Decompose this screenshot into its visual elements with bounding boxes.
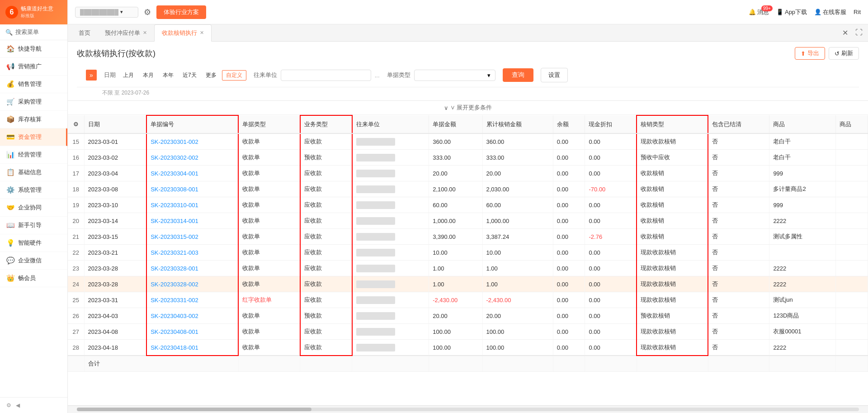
- cell-voucher-no: SK-20230403-002: [146, 308, 238, 324]
- sidebar-item-purchase[interactable]: 🛒 采购管理: [0, 93, 67, 111]
- online-service-button[interactable]: 👤 在线客服: [814, 8, 846, 16]
- close-all-tabs-button[interactable]: ✕: [840, 28, 850, 38]
- date-this-year[interactable]: 本年: [159, 71, 177, 80]
- app-download-button[interactable]: 📱 App下载: [776, 8, 807, 16]
- cell-voucher-type: 收款单: [238, 308, 300, 324]
- voucher-no-link[interactable]: SK-20230328-002: [151, 281, 198, 288]
- voucher-no-link[interactable]: SK-20230321-003: [151, 249, 198, 256]
- expand-tab-button[interactable]: ⛶: [854, 28, 864, 38]
- close-prepay-tab-button[interactable]: ✕: [143, 30, 147, 36]
- date-filter-group: 日期 上月 本月 本年 近7天 更多 自定义: [104, 70, 246, 81]
- voucher-no-link[interactable]: SK-20230408-001: [151, 328, 198, 335]
- filter-toggle-button[interactable]: »: [86, 70, 97, 81]
- sidebar-item-member[interactable]: 👑 畅会员: [0, 270, 67, 287]
- export-button[interactable]: ⬆ 导出: [795, 47, 825, 60]
- cell-biz-type: 应收款: [300, 292, 352, 308]
- sidebar-item-hardware[interactable]: 💡 智能硬件: [0, 234, 67, 252]
- voucher-no-link[interactable]: SK-20230308-001: [151, 186, 198, 193]
- sidebar-item-quick-nav[interactable]: 🏠 快捷导航: [0, 40, 67, 58]
- sidebar-item-enterprise[interactable]: 🤝 企业协同: [0, 199, 67, 217]
- cell-include-settled: 否: [708, 133, 769, 150]
- voucher-type-select[interactable]: ▾: [414, 70, 495, 81]
- cell-product: 999: [769, 197, 836, 213]
- footer-partner: [352, 356, 429, 372]
- topbar-left: ██████████ ▾ ⚙ 体验行业方案: [75, 5, 743, 19]
- date-more[interactable]: 更多: [202, 71, 220, 80]
- partner-input[interactable]: [286, 72, 366, 79]
- sidebar-search-label: 搜索菜单: [15, 28, 39, 36]
- topbar-dropdown[interactable]: ██████████ ▾: [75, 7, 138, 18]
- refresh-icon: ↺: [835, 50, 840, 57]
- voucher-no-link[interactable]: SK-20230301-002: [151, 138, 198, 145]
- gear-icon[interactable]: ⚙: [144, 7, 151, 17]
- messages-button[interactable]: 🔔 消息 99+: [749, 8, 769, 16]
- cell-partner: ████████: [352, 229, 429, 245]
- sidebar-item-marketing[interactable]: 📢 营销推广: [0, 58, 67, 76]
- refresh-button[interactable]: ↺ 刷新: [829, 47, 859, 60]
- table-row: 26 2023-04-03 SK-20230403-002 收款单 预收款 ██…: [68, 308, 868, 324]
- cell-voucher-no: SK-20230304-001: [146, 166, 238, 181]
- voucher-no-link[interactable]: SK-20230302-002: [151, 154, 198, 161]
- voucher-no-link[interactable]: SK-20230315-002: [151, 233, 198, 240]
- date-7days[interactable]: 近7天: [179, 71, 200, 80]
- partner-more-button[interactable]: ...: [375, 72, 380, 79]
- cell-cash-discount: 0.00: [585, 340, 637, 356]
- cell-biz-type: 预收款: [300, 308, 352, 324]
- sidebar-item-basics[interactable]: 📋 基础信息: [0, 164, 67, 181]
- cell-product2: [836, 229, 868, 245]
- voucher-no-link[interactable]: SK-20230403-002: [151, 313, 198, 319]
- system-icon: ⚙️: [6, 186, 14, 194]
- cell-include-settled: 否: [708, 213, 769, 229]
- sidebar-item-system[interactable]: ⚙️ 系统管理: [0, 181, 67, 199]
- expand-conditions-button[interactable]: ∨ ∨ 展开更多条件: [444, 104, 492, 112]
- sidebar-item-guide[interactable]: 📖 新手引导: [0, 217, 67, 234]
- close-collection-tab-button[interactable]: ✕: [200, 30, 204, 36]
- voucher-no-link[interactable]: SK-20230310-001: [151, 202, 198, 209]
- sidebar-search[interactable]: 🔍 搜索菜单: [0, 24, 67, 40]
- cell-row-num: 21: [68, 229, 84, 245]
- collapse-icon[interactable]: ◀: [16, 402, 20, 408]
- tab-collection-exec[interactable]: 收款核销执行 ✕: [154, 24, 212, 42]
- industry-solution-button[interactable]: 体验行业方案: [156, 5, 206, 19]
- th-cash-discount: 现金折扣: [585, 115, 637, 133]
- sidebar-item-sales[interactable]: 💰 销售管理: [0, 76, 67, 93]
- cell-cum-write-off: 100.00: [482, 340, 553, 356]
- cell-balance: 0.00: [553, 276, 585, 292]
- query-button[interactable]: 查询: [503, 68, 533, 82]
- footer-biz-type: [300, 356, 352, 372]
- cell-product: 123D商品: [769, 308, 836, 324]
- message-badge: 99+: [761, 5, 773, 11]
- cell-partner: ████████: [352, 245, 429, 261]
- tab-home[interactable]: 首页: [71, 24, 98, 42]
- cell-cum-write-off: -2,430.00: [482, 292, 553, 308]
- sidebar-item-finance[interactable]: 💳 资金管理: [0, 128, 67, 146]
- sidebar-item-wechat[interactable]: 💬 企业微信: [0, 252, 67, 270]
- date-custom-button[interactable]: 自定义: [222, 70, 246, 81]
- sidebar-item-inventory[interactable]: 📦 库存核算: [0, 111, 67, 128]
- voucher-no-link[interactable]: SK-20230314-001: [151, 218, 198, 224]
- voucher-no-link[interactable]: SK-20230418-001: [151, 344, 198, 351]
- voucher-no-link[interactable]: SK-20230331-002: [151, 297, 198, 304]
- hardware-icon: 💡: [6, 239, 14, 247]
- voucher-no-link[interactable]: SK-20230304-001: [151, 170, 198, 177]
- search-icon: 🔍: [5, 29, 13, 36]
- scroll-track[interactable]: [77, 408, 859, 411]
- tab-prepay-payable[interactable]: 预付冲应付单 ✕: [98, 24, 154, 42]
- voucher-no-link[interactable]: SK-20230328-001: [151, 265, 198, 272]
- date-this-month[interactable]: 本月: [139, 71, 157, 80]
- sidebar-item-operations[interactable]: 📊 经营管理: [0, 146, 67, 164]
- settings-icon[interactable]: ⚙: [6, 402, 11, 408]
- basics-icon: 📋: [6, 168, 14, 176]
- th-settings[interactable]: ⚙: [68, 115, 84, 133]
- purchase-icon: 🛒: [6, 98, 14, 106]
- settings-button[interactable]: 设置: [541, 68, 568, 82]
- partner-input-wrap: [281, 70, 371, 81]
- cell-partner: ████████: [352, 150, 429, 166]
- cell-product: [769, 245, 836, 261]
- footer-settled: [708, 356, 769, 372]
- cell-voucher-no: SK-20230308-001: [146, 181, 238, 197]
- table-row: 15 2023-03-01 SK-20230301-002 收款单 应收款 ██…: [68, 133, 868, 150]
- data-table-wrap: ⚙ 日期 单据编号 单据类型 业务类型 往来单位 单据金额 累计核销金额 余额 …: [68, 115, 868, 405]
- cell-balance: 0.00: [553, 213, 585, 229]
- date-last-month[interactable]: 上月: [119, 71, 137, 80]
